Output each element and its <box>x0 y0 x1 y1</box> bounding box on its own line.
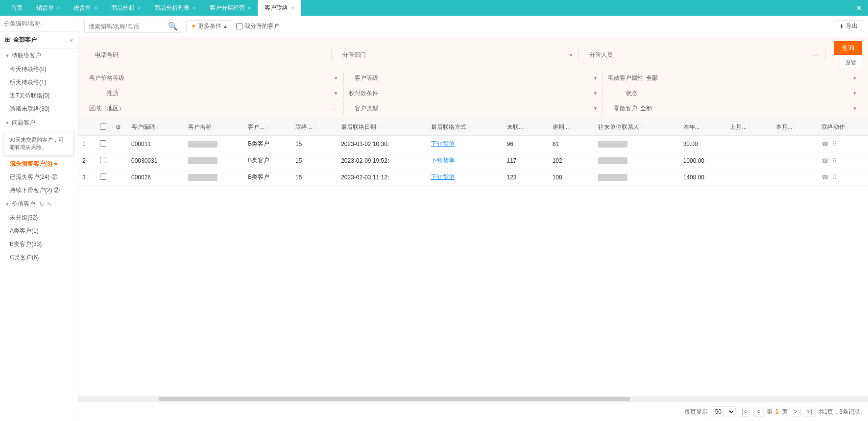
col-this-month[interactable]: 本月... <box>772 119 818 136</box>
col-last-way[interactable]: 最后联络方式 <box>427 119 503 136</box>
dept-select[interactable]: ▼ <box>369 52 574 58</box>
action-phone-icon[interactable]: ☎ <box>821 141 829 148</box>
tab-customer-link-close[interactable]: × <box>291 5 294 11</box>
zero-attr-select[interactable]: 全部 ▼ <box>646 74 857 82</box>
export-btn[interactable]: ⬆ 导出 <box>835 20 862 32</box>
action-more-icon[interactable]: ⠿ <box>832 141 837 148</box>
zero-attr-arrow-icon: ▼ <box>852 75 857 81</box>
cell-this-month <box>772 136 818 152</box>
col-last-date[interactable]: 最后联络日期 <box>337 119 427 136</box>
col-type[interactable]: 客户... <box>244 119 291 136</box>
horizontal-scrollbar[interactable] <box>78 396 868 402</box>
sidebar-item-overdue[interactable]: 逾期未联络(30) <box>0 102 78 116</box>
col-settings[interactable]: ⚙ <box>112 119 127 136</box>
select-all-checkbox[interactable] <box>100 124 106 130</box>
sidebar-item-churned[interactable]: 已流失客户(24) ② <box>0 171 78 184</box>
cell-check[interactable] <box>96 169 112 186</box>
sidebar-item-declining[interactable]: 持续下滑客户(2) ② <box>0 184 78 197</box>
row-checkbox[interactable] <box>100 157 106 163</box>
cell-check[interactable] <box>96 136 112 152</box>
per-page-select[interactable]: 50 100 200 <box>711 406 736 417</box>
cell-action[interactable]: ☎ ⠿ <box>818 136 868 152</box>
more-filter-btn[interactable]: ▼ 更多条件 ▲ <box>186 20 232 32</box>
col-this-year[interactable]: 本年... <box>679 119 726 136</box>
cell-name <box>184 136 244 152</box>
action-phone-icon[interactable]: ☎ <box>821 157 829 164</box>
query-btn[interactable]: 查询 <box>834 41 862 55</box>
col-name[interactable]: 客户名称 <box>184 119 244 136</box>
sidebar-item-a-class[interactable]: A类客户(1) <box>0 224 78 238</box>
cell-action[interactable]: ☎ ⠿ <box>818 169 868 186</box>
phone-input[interactable] <box>121 52 326 59</box>
nature-select[interactable]: ▼ <box>121 91 338 96</box>
price-level-select[interactable]: ▼ <box>127 75 338 81</box>
row-checkbox[interactable] <box>100 173 106 180</box>
sidebar-item-b-class[interactable]: B类客户(33) <box>0 238 78 251</box>
sidebar-item-churn-warning[interactable]: 流失预警客户(3) ● <box>0 157 78 171</box>
person-dots[interactable]: ··· <box>812 52 820 59</box>
scroll-thumb[interactable] <box>159 397 630 401</box>
cell-last-way[interactable]: 下销货单 <box>427 169 503 186</box>
tab-purchase-close[interactable]: × <box>94 5 97 11</box>
settings-btn[interactable]: 设置 <box>840 57 862 69</box>
value-refresh-icon[interactable]: ↻ <box>39 201 44 208</box>
pag-last-btn[interactable]: >| <box>804 407 816 417</box>
pag-prev-btn[interactable]: < <box>753 407 764 417</box>
area-dots[interactable]: ··· <box>330 105 338 112</box>
col-unit-contact[interactable]: 往来单位联系人 <box>594 119 679 136</box>
cell-last-way[interactable]: 下销货单 <box>427 136 503 152</box>
tab-customer-layer-close[interactable]: × <box>248 5 251 11</box>
my-customer-checkbox-wrap[interactable]: 我分管的客户 <box>236 22 280 30</box>
sidebar-item-c-class[interactable]: C类客户(6) <box>0 251 78 264</box>
cell-index: 1 <box>78 136 96 152</box>
value-edit-icon[interactable]: ✎ <box>47 201 52 208</box>
cell-last-way[interactable]: 下销货单 <box>427 152 503 169</box>
tab-purchase[interactable]: 进货单 × <box>67 0 104 16</box>
sidebar-item-week[interactable]: 近7天待联络(0) <box>0 89 78 102</box>
search-input[interactable] <box>89 23 166 30</box>
tab-customer-link[interactable]: 客户联络 × <box>258 0 301 16</box>
sidebar-group-value[interactable]: ▼ 价值客户 ↻ ✎ <box>0 197 78 211</box>
problem-group-label: 问题客户 <box>12 119 35 127</box>
tab-sales-close[interactable]: × <box>57 5 60 11</box>
filter-cell-nature: 性质 ▼ <box>84 87 344 99</box>
pag-first-btn[interactable]: |< <box>739 407 750 417</box>
search-icon[interactable]: 🔍 <box>168 22 178 31</box>
level-select[interactable]: ▼ <box>381 75 598 81</box>
tab-home[interactable]: 首页 <box>4 0 29 16</box>
tab-analysis[interactable]: 商品分析 × <box>104 0 147 16</box>
window-close-icon[interactable]: ✕ <box>854 1 864 15</box>
sidebar-group-problem[interactable]: ▼ 问题客户 <box>0 116 78 130</box>
sidebar-item-tomorrow[interactable]: 明天待联络(1) <box>0 76 78 89</box>
pagination: 每页显示 50 100 200 |< < 第 1 页 > >| 共1页，3条记录 <box>78 402 868 421</box>
action-more-icon[interactable]: ⠿ <box>832 157 837 164</box>
col-last-month[interactable]: 上月... <box>726 119 772 136</box>
tab-analysis-close[interactable]: × <box>138 5 141 11</box>
sidebar-item-today[interactable]: 今天待联络(0) <box>0 63 78 76</box>
pag-next-btn[interactable]: > <box>791 407 801 417</box>
table-row: 1 000011 B类客户 15 2023-03-02 10:30: 下销货单 … <box>78 136 868 152</box>
sidebar-group-pending[interactable]: ▼ 待联络客户 <box>0 49 78 63</box>
tab-analysis-list[interactable]: 商品分析列表 × <box>147 0 202 16</box>
status-select[interactable]: ▼ <box>640 91 857 96</box>
col-code[interactable]: 客户编码 <box>127 119 184 136</box>
zero-cust-select[interactable]: 全部 ▼ <box>640 104 857 113</box>
tab-sales[interactable]: 销货单 × <box>29 0 67 16</box>
cell-check[interactable] <box>96 152 112 169</box>
sidebar-search-input[interactable] <box>4 20 77 27</box>
sidebar-collapse-btn[interactable]: « <box>70 37 73 44</box>
level-label: 客户等级 <box>349 74 378 82</box>
action-more-icon[interactable]: ⠿ <box>832 174 837 181</box>
action-phone-icon[interactable]: ☎ <box>821 174 829 181</box>
cust-type-select[interactable]: ▼ <box>381 106 598 111</box>
sidebar-item-ungrouped[interactable]: 未分组(32) <box>0 211 78 224</box>
row-checkbox[interactable] <box>100 140 106 147</box>
my-customer-checkbox[interactable] <box>236 23 242 29</box>
tab-customer-layer[interactable]: 客户分层经营 × <box>203 0 258 16</box>
payment-select[interactable]: ▼ <box>381 91 598 96</box>
tab-analysis-list-close[interactable]: × <box>193 5 195 11</box>
cell-action[interactable]: ☎ ⠿ <box>818 152 868 169</box>
col-contact[interactable]: 联络... <box>291 119 337 136</box>
col-overdue[interactable]: 逾期... <box>549 119 594 136</box>
col-uncontacted[interactable]: 未联... <box>503 119 549 136</box>
